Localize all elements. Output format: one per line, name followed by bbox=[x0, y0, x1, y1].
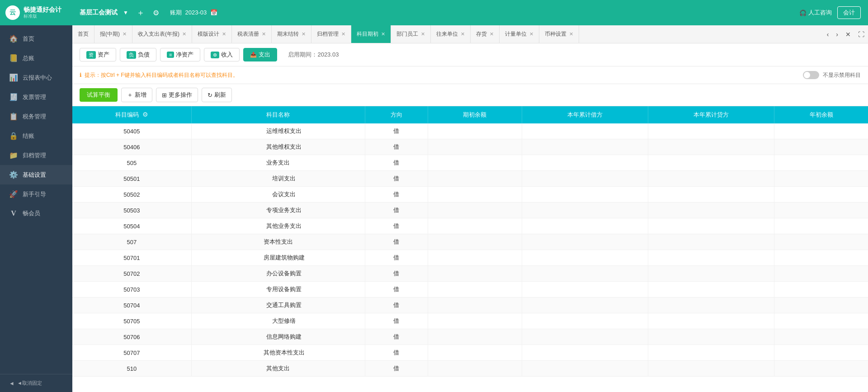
table-row[interactable]: 50706 信息网络购建 借 bbox=[72, 329, 868, 345]
table-row[interactable]: 50701 房屋建筑物购建 借 bbox=[72, 250, 868, 266]
table-row[interactable]: 507 资本性支出 借 bbox=[72, 234, 868, 250]
tab-template[interactable]: 模版设计 ✕ bbox=[192, 25, 232, 43]
cell-year-credit bbox=[648, 171, 774, 187]
table-row[interactable]: 50707 其他资本性支出 借 bbox=[72, 345, 868, 361]
tab-close-icon[interactable]: ✕ bbox=[529, 31, 533, 37]
table-row[interactable]: 50503 专项业务支出 借 bbox=[72, 203, 868, 218]
sidebar-item-settings[interactable]: ⚙️ 基础设置 bbox=[0, 165, 72, 184]
more-button[interactable]: ⊞ 更多操作 bbox=[156, 88, 198, 102]
cell-name: 其他支出 bbox=[191, 361, 365, 377]
add-company-button[interactable]: ＋ bbox=[134, 7, 147, 18]
cell-direction: 借 bbox=[365, 218, 428, 234]
add-button[interactable]: ＋ 新增 bbox=[121, 88, 152, 102]
cell-year-balance bbox=[774, 298, 868, 313]
disable-toggle[interactable] bbox=[803, 71, 819, 79]
tab-income-annual[interactable]: 收入支出表(年报) ✕ bbox=[132, 25, 192, 43]
sidebar-item-tax[interactable]: 📋 税务管理 bbox=[0, 107, 72, 126]
calendar-icon[interactable]: 📅 bbox=[210, 9, 217, 16]
sidebar-item-ledger[interactable]: 📒 总账 bbox=[0, 48, 72, 68]
cell-direction: 借 bbox=[365, 171, 428, 187]
tab-close-all[interactable]: ✕ bbox=[842, 25, 854, 43]
cell-year-balance bbox=[774, 313, 868, 329]
sidebar-item-reports[interactable]: 📊 云报表中心 bbox=[0, 68, 72, 87]
tab-close-icon[interactable]: ✕ bbox=[341, 31, 345, 37]
sidebar-item-close[interactable]: 🔒 结账 bbox=[0, 126, 72, 146]
table-row[interactable]: 50501 培训支出 借 bbox=[72, 171, 868, 187]
subtab-liability[interactable]: 负 负债 bbox=[120, 48, 156, 61]
company-dropdown[interactable]: ▼ bbox=[123, 9, 128, 16]
cell-balance-init bbox=[428, 218, 522, 234]
table-row[interactable]: 50705 大型修缮 借 bbox=[72, 313, 868, 329]
tab-close-icon[interactable]: ✕ bbox=[569, 31, 573, 37]
cell-code: 50406 bbox=[72, 139, 191, 155]
refresh-icon: ↻ bbox=[208, 92, 212, 99]
tab-label: 收入支出表(年报) bbox=[138, 30, 179, 38]
subtab-expense[interactable]: 📤 支出 bbox=[243, 48, 277, 61]
tab-close-icon[interactable]: ✕ bbox=[490, 31, 494, 37]
tab-close-icon[interactable]: ✕ bbox=[461, 31, 465, 37]
cell-year-credit bbox=[648, 234, 774, 250]
tab-expand[interactable]: ⛶ bbox=[854, 25, 868, 43]
table-row[interactable]: 510 其他支出 借 bbox=[72, 361, 868, 377]
table-row[interactable]: 50405 运维维权支出 借 bbox=[72, 123, 868, 139]
headset-icon: 🎧 bbox=[799, 9, 807, 16]
table-row[interactable]: 50502 会议支出 借 bbox=[72, 187, 868, 203]
tab-inventory[interactable]: 存货 ✕ bbox=[471, 25, 500, 43]
cell-year-credit bbox=[648, 282, 774, 298]
table-row[interactable]: 50703 专用设备购置 借 bbox=[72, 282, 868, 298]
subtab-asset[interactable]: 资 资产 bbox=[80, 48, 116, 61]
table-container[interactable]: 科目编码 ⚙ 科目名称 方向 期初余额 本年累计借方 本年累计贷方 年初余额 5… bbox=[72, 106, 868, 392]
tab-currency[interactable]: 币种设置 ✕ bbox=[539, 25, 579, 43]
cell-name: 信息网络购建 bbox=[191, 329, 365, 345]
col-settings-icon[interactable]: ⚙ bbox=[142, 111, 148, 118]
cell-balance-init bbox=[428, 329, 522, 345]
tab-scroll-right[interactable]: › bbox=[832, 25, 842, 43]
tab-close-icon[interactable]: ✕ bbox=[421, 31, 425, 37]
toggle-label: 不显示禁用科目 bbox=[823, 71, 861, 79]
tab-dept-staff[interactable]: 部门员工 ✕ bbox=[391, 25, 431, 43]
tab-tax-clear[interactable]: 税表清册 ✕ bbox=[232, 25, 272, 43]
plus-icon: ＋ bbox=[127, 91, 133, 99]
support-button[interactable]: 🎧 人工咨询 bbox=[799, 9, 832, 17]
tab-subject-init[interactable]: 科目期初 ✕ bbox=[351, 25, 391, 43]
table-row[interactable]: 50406 其他维权支出 借 bbox=[72, 139, 868, 155]
sidebar-item-label: 新手引导 bbox=[23, 190, 46, 198]
tab-midterm[interactable]: 报(中期) ✕ bbox=[94, 25, 132, 43]
subtab-label: 净资产 bbox=[176, 51, 193, 59]
tab-home[interactable]: 首页 bbox=[72, 25, 94, 43]
cell-year-debit bbox=[522, 187, 648, 203]
tab-close-icon[interactable]: ✕ bbox=[381, 31, 385, 37]
tab-period-end[interactable]: 期末结转 ✕ bbox=[272, 25, 311, 43]
cell-direction: 借 bbox=[365, 123, 428, 139]
archive-icon: 📁 bbox=[9, 151, 18, 160]
subtab-income[interactable]: ⊕ 收入 bbox=[204, 48, 240, 61]
tab-close-icon[interactable]: ✕ bbox=[182, 31, 186, 37]
tab-archive[interactable]: 归档管理 ✕ bbox=[311, 25, 351, 43]
tab-scroll-left[interactable]: ‹ bbox=[823, 25, 833, 43]
user-button[interactable]: 会计 bbox=[837, 6, 861, 19]
subtab-net-assets[interactable]: ≡ 净资产 bbox=[160, 48, 200, 61]
tab-unit[interactable]: 计量单位 ✕ bbox=[500, 25, 539, 43]
sidebar-nav: 🏠 首页 📒 总账 📊 云报表中心 🧾 发票管理 📋 税务管理 🔒 结账 📁 归… bbox=[0, 25, 72, 374]
sidebar-item-invoice[interactable]: 🧾 发票管理 bbox=[0, 87, 72, 107]
sidebar-item-member[interactable]: V 畅会员 bbox=[0, 204, 72, 223]
subtab-label: 资产 bbox=[98, 51, 109, 59]
sidebar-item-home[interactable]: 🏠 首页 bbox=[0, 29, 72, 48]
table-row[interactable]: 50504 其他业务支出 借 bbox=[72, 218, 868, 234]
tab-close-icon[interactable]: ✕ bbox=[222, 31, 226, 37]
cell-year-balance bbox=[774, 171, 868, 187]
sidebar-item-guide[interactable]: 🚀 新手引导 bbox=[0, 184, 72, 204]
refresh-button[interactable]: ↻ 刷新 bbox=[202, 88, 232, 102]
table-row[interactable]: 50702 办公设备购置 借 bbox=[72, 266, 868, 282]
tab-close-icon[interactable]: ✕ bbox=[123, 31, 127, 37]
subjects-table: 科目编码 ⚙ 科目名称 方向 期初余额 本年累计借方 本年累计贷方 年初余额 5… bbox=[72, 106, 868, 377]
balance-button[interactable]: 试算平衡 bbox=[80, 88, 118, 102]
sidebar-collapse[interactable]: ◄ ◄取消固定 bbox=[0, 374, 72, 392]
table-row[interactable]: 50704 交通工具购置 借 bbox=[72, 298, 868, 313]
header-settings-icon[interactable]: ⚙ bbox=[153, 9, 159, 17]
sidebar-item-archive[interactable]: 📁 归档管理 bbox=[0, 146, 72, 165]
tab-counterparty[interactable]: 往来单位 ✕ bbox=[431, 25, 471, 43]
table-row[interactable]: 505 业务支出 借 bbox=[72, 155, 868, 171]
tab-close-icon[interactable]: ✕ bbox=[302, 31, 306, 37]
tab-close-icon[interactable]: ✕ bbox=[262, 31, 266, 37]
